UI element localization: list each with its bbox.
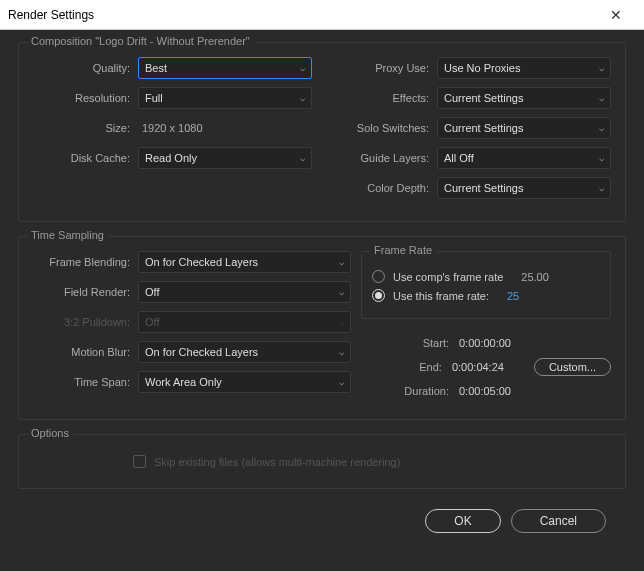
chevron-down-icon: ⌵: [339, 257, 344, 267]
motion-blur-value: On for Checked Layers: [145, 346, 258, 358]
skip-existing-row: Skip existing files (allows multi-machin…: [33, 449, 611, 474]
solo-switches-select[interactable]: Current Settings ⌵: [437, 117, 611, 139]
time-sampling-group: Time Sampling Frame Blending: On for Che…: [18, 236, 626, 420]
composition-legend: Composition "Logo Drift - Without Preren…: [27, 35, 254, 47]
composition-group: Composition "Logo Drift - Without Preren…: [18, 42, 626, 222]
color-depth-select[interactable]: Current Settings ⌵: [437, 177, 611, 199]
chevron-down-icon: ⌵: [339, 317, 344, 327]
disk-cache-value: Read Only: [145, 152, 197, 164]
resolution-label: Resolution:: [33, 92, 138, 104]
chevron-down-icon: ⌵: [599, 183, 604, 193]
ok-button[interactable]: OK: [425, 509, 500, 533]
proxy-use-label: Proxy Use:: [332, 62, 437, 74]
guide-layers-value: All Off: [444, 152, 474, 164]
field-render-value: Off: [145, 286, 159, 298]
resolution-value: Full: [145, 92, 163, 104]
this-rate-radio-row[interactable]: Use this frame rate: 25: [372, 289, 600, 302]
time-span-select[interactable]: Work Area Only ⌵: [138, 371, 351, 393]
proxy-use-select[interactable]: Use No Proxies ⌵: [437, 57, 611, 79]
radio-icon: [372, 270, 385, 283]
pulldown-value: Off: [145, 316, 159, 328]
effects-label: Effects:: [332, 92, 437, 104]
frame-blending-value: On for Checked Layers: [145, 256, 258, 268]
comp-rate-label: Use comp's frame rate: [393, 271, 503, 283]
guide-layers-label: Guide Layers:: [332, 152, 437, 164]
disk-cache-select[interactable]: Read Only ⌵: [138, 147, 312, 169]
chevron-down-icon: ⌵: [599, 123, 604, 133]
chevron-down-icon: ⌵: [339, 347, 344, 357]
frame-blending-label: Frame Blending:: [33, 256, 138, 268]
end-value: 0:00:04:24: [452, 357, 524, 377]
time-span-label: Time Span:: [33, 376, 138, 388]
options-group: Options Skip existing files (allows mult…: [18, 434, 626, 489]
field-render-select[interactable]: Off ⌵: [138, 281, 351, 303]
time-sampling-legend: Time Sampling: [27, 229, 108, 241]
comp-rate-value: 25.00: [521, 271, 549, 283]
guide-layers-select[interactable]: All Off ⌵: [437, 147, 611, 169]
chevron-down-icon: ⌵: [300, 93, 305, 103]
quality-label: Quality:: [33, 62, 138, 74]
radio-selected-icon: [372, 289, 385, 302]
frame-blending-select[interactable]: On for Checked Layers ⌵: [138, 251, 351, 273]
chevron-down-icon: ⌵: [300, 63, 305, 73]
custom-button[interactable]: Custom...: [534, 358, 611, 376]
frame-rate-group: Frame Rate Use comp's frame rate 25.00 U…: [361, 251, 611, 319]
pulldown-label: 3:2 Pulldown:: [33, 316, 138, 328]
size-value: 1920 x 1080: [138, 122, 203, 134]
pulldown-select: Off ⌵: [138, 311, 351, 333]
titlebar: Render Settings ✕: [0, 0, 644, 30]
field-render-label: Field Render:: [33, 286, 138, 298]
quality-value: Best: [145, 62, 167, 74]
resolution-select[interactable]: Full ⌵: [138, 87, 312, 109]
end-label: End:: [419, 357, 442, 377]
start-label: Start:: [423, 333, 449, 353]
chevron-down-icon: ⌵: [599, 63, 604, 73]
chevron-down-icon: ⌵: [339, 287, 344, 297]
solo-switches-value: Current Settings: [444, 122, 523, 134]
effects-select[interactable]: Current Settings ⌵: [437, 87, 611, 109]
chevron-down-icon: ⌵: [300, 153, 305, 163]
solo-switches-label: Solo Switches:: [332, 122, 437, 134]
proxy-use-value: Use No Proxies: [444, 62, 520, 74]
chevron-down-icon: ⌵: [599, 93, 604, 103]
comp-rate-radio-row[interactable]: Use comp's frame rate 25.00: [372, 270, 600, 283]
quality-select[interactable]: Best ⌵: [138, 57, 312, 79]
color-depth-value: Current Settings: [444, 182, 523, 194]
this-rate-value[interactable]: 25: [507, 290, 519, 302]
disk-cache-label: Disk Cache:: [33, 152, 138, 164]
size-label: Size:: [33, 122, 138, 134]
color-depth-label: Color Depth:: [332, 182, 437, 194]
checkbox-icon: [133, 455, 146, 468]
duration-value: 0:00:05:00: [459, 381, 531, 401]
start-value: 0:00:00:00: [459, 333, 531, 353]
effects-value: Current Settings: [444, 92, 523, 104]
options-legend: Options: [27, 427, 73, 439]
this-rate-label: Use this frame rate:: [393, 290, 489, 302]
duration-label: Duration:: [404, 381, 449, 401]
motion-blur-label: Motion Blur:: [33, 346, 138, 358]
chevron-down-icon: ⌵: [599, 153, 604, 163]
cancel-button[interactable]: Cancel: [511, 509, 606, 533]
motion-blur-select[interactable]: On for Checked Layers ⌵: [138, 341, 351, 363]
close-icon[interactable]: ✕: [596, 7, 636, 23]
time-span-value: Work Area Only: [145, 376, 222, 388]
frame-rate-legend: Frame Rate: [370, 244, 436, 256]
chevron-down-icon: ⌵: [339, 377, 344, 387]
window-title: Render Settings: [8, 8, 596, 22]
skip-existing-label: Skip existing files (allows multi-machin…: [154, 456, 400, 468]
